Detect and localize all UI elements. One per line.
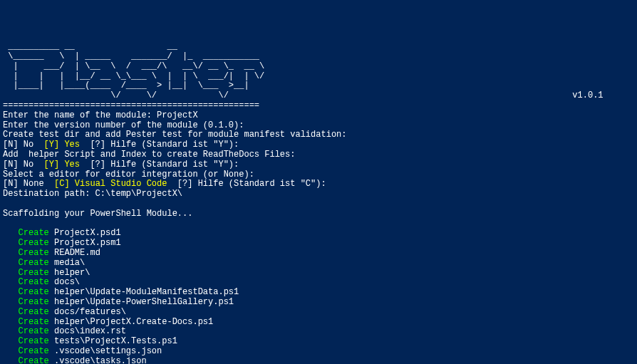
prompt-test-dir-options: [N] No [Y] Yes [?] Hilfe (Standard ist "… [3, 140, 634, 150]
prompt-version: Enter the version number of the module (… [3, 121, 634, 131]
action-line: Create README.md [3, 249, 634, 259]
action-line: Create ProjectX.psd1 [3, 229, 634, 239]
action-line: Create .vscode\settings.json [3, 347, 634, 357]
banner-line: \______ \ | _____ _______/ |_ __________… [3, 52, 634, 62]
action-line: Create .vscode\tasks.json [3, 357, 634, 364]
prompt-helper-options: [N] No [Y] Yes [?] Hilfe (Standard ist "… [3, 160, 634, 170]
action-line: Create helper\ [3, 269, 634, 279]
banner-line: \/ \/ \/ v1.0.1 [3, 91, 634, 101]
terminal-output: __________ __ __ \______ \ | _____ _____… [3, 42, 634, 364]
banner-line: | | | |__/ __ \_\___ \ | | \ ___/| | \/ [3, 72, 634, 82]
blank [3, 219, 634, 229]
banner-line: | ___/ | \__ \ / ___/\ __\/ __ \_ __ \ [3, 62, 634, 72]
prompt-dest-path: Destination path: C:\temp\ProjectX\ [3, 189, 634, 199]
action-line: Create helper\ProjectX.Create-Docs.ps1 [3, 318, 634, 328]
action-line: Create docs\index.rst [3, 327, 634, 337]
banner-line: __________ __ __ [3, 42, 634, 52]
prompt-helper: Add helper Script and Index to create Re… [3, 150, 634, 160]
prompt-module-name: Enter the name of the module: ProjectX [3, 111, 634, 121]
action-line: Create helper\Update-PowerShellGallery.p… [3, 298, 634, 308]
action-line: Create docs/features\ [3, 308, 634, 318]
blank [3, 199, 634, 209]
prompt-editor-options: [N] None [C] Visual Studio Code [?] Hilf… [3, 180, 634, 189]
prompt-test-dir: Create test dir and add Pester test for … [3, 130, 634, 140]
action-line: Create media\ [3, 259, 634, 269]
separator: ========================================… [3, 101, 634, 111]
scaffolding-header: Scaffolding your PowerShell Module... [3, 209, 634, 219]
action-line: Create tests\ProjectX.Tests.ps1 [3, 337, 634, 347]
action-line: Create ProjectX.psm1 [3, 239, 634, 249]
action-line: Create helper\Update-ModuleManifestData.… [3, 288, 634, 298]
banner-line: |____| |____(____ /____ > |__| \___ >__| [3, 81, 634, 91]
prompt-editor: Select a editor for editor integration (… [3, 170, 634, 180]
action-line: Create docs\ [3, 278, 634, 288]
